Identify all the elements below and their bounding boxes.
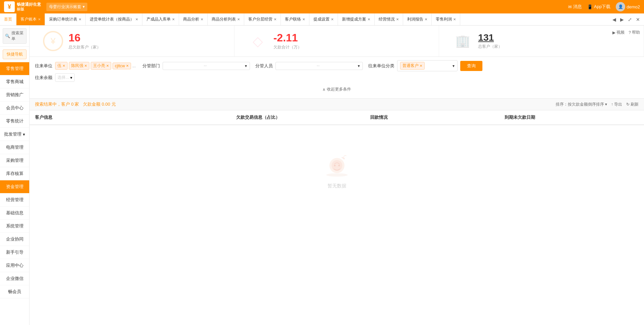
balance-select[interactable]: 选择... ▾ — [55, 73, 75, 82]
chevron-down-icon: ▾ — [605, 102, 607, 107]
yuan-icon: ¥ — [43, 31, 63, 51]
sidebar-item-wholesale[interactable]: 批发管理 ▾ — [0, 128, 29, 141]
th-customer-info: 客户信息 — [35, 114, 236, 120]
filter-tag-cjttcw[interactable]: cjttcw ✕ — [113, 63, 131, 69]
refresh-btn[interactable]: ↻ 刷新 — [626, 102, 639, 107]
export-icon: ↑ — [611, 102, 613, 107]
svg-point-4 — [338, 165, 340, 167]
sidebar-item-operations-mgmt[interactable]: 经营管理 — [0, 193, 29, 207]
dept-filter-label: 分管部门 — [142, 63, 160, 69]
tab-product-analysis-list[interactable]: 商品分析列表 ✕ — [208, 13, 244, 25]
app-name: 畅捷通好生意 标版 — [17, 2, 41, 11]
tab-profit-report[interactable]: 利润报告 ✕ — [403, 13, 432, 25]
company-select[interactable]: 母婴行业演示账套 ▾ — [46, 3, 87, 11]
filter-row-1: 往来单位 伍 ✕ 陈民强 ✕ 王小亮 ✕ cjttcw — [35, 60, 639, 71]
tab-purchase-order-stat[interactable]: 采购订单统计表 ✕ — [45, 13, 86, 25]
app-download-btn[interactable]: 📱 App下载 — [587, 4, 610, 10]
tab-customer-ledger[interactable]: 客户账本 ✕ — [16, 13, 45, 25]
sidebar-item-system[interactable]: 系统管理 — [0, 220, 29, 233]
close-icon[interactable]: ✕ — [331, 17, 334, 21]
filter-tag-chen[interactable]: 陈民强 ✕ — [69, 62, 89, 70]
search-menu-btn[interactable]: 🔍 搜索菜单 — [3, 28, 27, 44]
quick-nav-btn[interactable]: 快捷导航 — [3, 49, 27, 59]
sidebar-item-app-center[interactable]: 应用中心 — [0, 259, 29, 272]
close-icon[interactable]: ✕ — [135, 17, 138, 21]
close-icon[interactable]: ✕ — [368, 17, 370, 21]
sidebar-item-member[interactable]: 畅会员 — [0, 285, 29, 298]
sidebar-item-inventory[interactable]: 库存核算 — [0, 167, 29, 180]
refresh-icon: ↻ — [626, 102, 630, 107]
sidebar-item-member-center[interactable]: 会员中心 — [0, 102, 29, 115]
unit-type-select[interactable]: 普通客户 ✕ ▾ — [397, 60, 458, 71]
building-icon: 🏢 — [453, 31, 473, 51]
balance-filter-label: 往来余额 — [35, 75, 52, 81]
tab-operations[interactable]: 经营情况 ✕ — [375, 13, 403, 25]
sidebar-item-retail-mgmt[interactable]: 零售管理 — [0, 62, 29, 75]
th-due-date: 到期未欠款日期 — [505, 114, 639, 120]
diamond-icon: ◇ — [248, 31, 268, 51]
help-icon: ? — [629, 30, 631, 35]
sidebar-item-retail-stats[interactable]: 零售统计 — [0, 115, 29, 128]
tabs-prev-btn[interactable]: ◀ — [611, 16, 617, 23]
query-button[interactable]: 查询 — [460, 61, 482, 71]
tab-customer-contact[interactable]: 客户联络 ✕ — [281, 13, 309, 25]
help-btn[interactable]: ? 帮助 — [629, 30, 640, 35]
close-icon[interactable]: ✕ — [425, 17, 427, 21]
tab-product-analysis[interactable]: 商品分析 ✕ — [179, 13, 208, 25]
message-btn[interactable]: ✉ 消息 — [568, 4, 582, 10]
sidebar-item-purchase[interactable]: 采购管理 — [0, 154, 29, 167]
close-icon[interactable]: ✕ — [106, 64, 109, 68]
sidebar-item-newbie[interactable]: 新手引导 — [0, 246, 29, 259]
logo-icon: ¥ — [4, 1, 15, 12]
close-icon[interactable]: ✕ — [201, 17, 203, 21]
tab-home[interactable]: 首页 — [0, 13, 16, 25]
close-icon[interactable]: ✕ — [79, 17, 81, 21]
more-tags-btn[interactable]: ... — [132, 64, 136, 68]
unit-type-tag[interactable]: 普通客户 ✕ — [400, 62, 425, 70]
person-select[interactable]: ··· ▾ — [275, 62, 363, 70]
page-content: ¥ 16 总欠款客户（家） ◇ -2.11 欠款合计（万） 🏢 131 总客户（… — [30, 26, 644, 325]
close-icon[interactable]: ✕ — [396, 17, 399, 21]
tab-commission-settings[interactable]: 提成设置 ✕ — [309, 13, 338, 25]
close-icon[interactable]: ✕ — [453, 17, 456, 21]
sidebar-item-basic-info[interactable]: 基础信息 — [0, 207, 29, 220]
tabs-expand-btn[interactable]: ⤢ — [627, 16, 633, 23]
tab-customer-segment[interactable]: 客户分层经营 ✕ — [244, 13, 281, 25]
tab-new-commission[interactable]: 新增提成方案 ✕ — [338, 13, 375, 25]
collapse-filter-btn[interactable]: ∧ 收起更多条件 — [320, 85, 354, 94]
user-avatar[interactable]: 👤 demo2 — [616, 2, 640, 11]
close-icon[interactable]: ✕ — [62, 64, 65, 68]
svg-point-3 — [334, 165, 336, 167]
dept-select[interactable]: ··· ▾ — [163, 62, 250, 70]
video-btn[interactable]: ▶ 视频 — [612, 30, 625, 35]
sidebar-item-ecommerce[interactable]: 电商管理 — [0, 141, 29, 154]
dept-more-icon: ··· — [204, 64, 207, 68]
close-icon[interactable]: ✕ — [84, 64, 87, 68]
sidebar-item-retail-shop[interactable]: 零售商城 — [0, 75, 29, 88]
tab-product-inbound[interactable]: 产成品入库单 ✕ — [142, 13, 179, 25]
sidebar-item-enterprise[interactable]: 企业协同 — [0, 233, 29, 246]
tabs-close-btn[interactable]: ✕ — [635, 16, 641, 23]
close-icon[interactable]: ✕ — [302, 17, 305, 21]
home-tab-label: 首页 — [4, 16, 12, 22]
close-icon[interactable]: ✕ — [172, 17, 175, 21]
tab-purchase-stat-product[interactable]: 进货单统计表（按商品） ✕ — [86, 13, 142, 25]
close-icon[interactable]: ✕ — [237, 17, 240, 21]
result-actions: 排序：按欠款金额倒序排序 ▾ ↑ 导出 ↻ 刷新 — [556, 102, 639, 107]
tab-label: 客户联络 — [285, 16, 301, 22]
export-btn[interactable]: ↑ 导出 — [611, 102, 622, 107]
close-icon[interactable]: ✕ — [126, 64, 129, 68]
tabs-next-btn[interactable]: ▶ — [619, 16, 625, 23]
result-bar: 搜索结果中，客户 0 家 欠款金额 0.00 元 排序：按欠款金额倒序排序 ▾ … — [30, 99, 644, 110]
filter-tag-wu[interactable]: 伍 ✕ — [55, 62, 68, 70]
close-icon[interactable]: ✕ — [420, 64, 422, 68]
search-icon: 🔍 — [5, 34, 10, 38]
tab-retail-profit[interactable]: 零售利润 ✕ — [432, 13, 460, 25]
sort-select[interactable]: 排序：按欠款金额倒序排序 ▾ — [556, 102, 607, 107]
close-icon[interactable]: ✕ — [274, 17, 276, 21]
close-icon[interactable]: ✕ — [38, 17, 41, 21]
sidebar-item-wechat[interactable]: 企业微信 — [0, 272, 29, 285]
sidebar-item-marketing[interactable]: 营销推广 — [0, 88, 29, 102]
filter-tag-wang[interactable]: 王小亮 ✕ — [91, 62, 111, 70]
sidebar-item-finance[interactable]: 资金管理 — [0, 180, 29, 193]
